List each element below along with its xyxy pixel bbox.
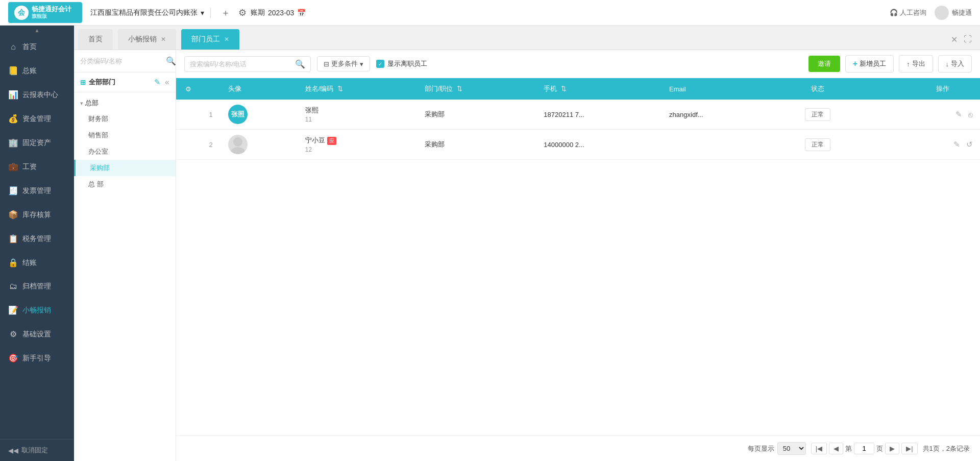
company-dropdown-icon [201,9,204,17]
row-name-cell: 张熙11 [298,100,418,130]
dept-root-label[interactable]: ▾ 总部 [74,95,176,111]
show-resigned-checkbox[interactable]: ✓ [376,60,384,68]
sidebar-item-expense[interactable]: 📝 小畅报销 [0,298,74,322]
sidebar-item-reports[interactable]: 📊 云报表中心 [0,83,74,107]
filter-label: 更多条件 [331,59,358,68]
page-size-select[interactable]: 50 20 100 [777,442,806,455]
row-settings-col [176,100,201,130]
page-label: 页 [876,444,883,453]
tab-expense-close-icon[interactable]: ✕ [161,36,166,43]
row-phone-cell: 18720211 7... [536,100,662,130]
plus-icon: + [853,59,857,68]
dept-collapse-icon[interactable]: « [165,78,169,87]
dept-item-office[interactable]: 办公室 [74,143,176,160]
edit-employee-icon[interactable]: ✎ [955,110,962,119]
tab-expense-label: 小畅报销 [128,35,157,44]
show-resigned-toggle[interactable]: ✓ 显示离职员工 [376,59,427,68]
logout-employee-icon[interactable]: ⎋ [968,110,973,119]
employee-search-icon[interactable]: 🔍 [295,59,305,69]
sidebar-item-inventory[interactable]: 📦 库存核算 [0,203,74,227]
prev-page-button[interactable]: ◀ [829,443,843,454]
phone-sort-icon: ⇅ [561,85,567,92]
col-phone[interactable]: 手机 ⇅ [536,78,662,100]
dept-sort-icon: ⇅ [457,85,462,92]
row-dept-cell: 采购部 [418,130,537,160]
add-employee-button[interactable]: + 新增员工 [845,55,894,72]
col-dept[interactable]: 部门/职位 ⇅ [418,78,537,100]
sidebar-item-label: 云报表中心 [22,90,58,100]
sidebar-item-tax[interactable]: 📋 税务管理 [0,227,74,251]
invoice-icon: 🧾 [8,186,18,196]
sidebar-item-label: 首页 [22,42,37,52]
tab-dept-close-icon[interactable]: ✕ [224,36,229,43]
account-period[interactable]: 账期 2023-03 📅 [251,8,306,17]
sidebar-item-close[interactable]: 🔒 结账 [0,251,74,275]
sidebar-item-guide[interactable]: 🎯 新手引导 [0,346,74,370]
employee-search-input[interactable] [190,60,292,68]
top-bar-right: 🎧 人工咨询 畅捷通 [890,6,972,20]
sidebar-item-home[interactable]: ⌂ 首页 [0,35,74,59]
sidebar-item-general-ledger[interactable]: 📒 总账 [0,59,74,83]
col-name[interactable]: 姓名/编码 ⇅ [298,78,418,100]
sidebar-item-payroll[interactable]: 💼 工资 [0,155,74,179]
last-page-button[interactable]: ▶| [901,443,917,454]
app-sub: 旗舰版 [32,13,71,20]
more-filter-button[interactable]: ⊟ 更多条件 [317,56,370,71]
tab-dept[interactable]: 部门员工 ✕ [181,29,239,50]
dept-item-purchase[interactable]: 采购部 [74,160,176,176]
sidebar-item-label: 小畅报销 [22,306,51,315]
page-number-input[interactable] [854,443,874,454]
column-settings-icon[interactable]: ⚙ [185,85,191,93]
dept-item-sales[interactable]: 销售部 [74,127,176,143]
dept-item-general[interactable]: 总 部 [74,176,176,192]
row-email-cell [662,130,772,160]
sidebar-item-invoice[interactable]: 🧾 发票管理 [0,179,74,203]
dept-item-finance[interactable]: 财务部 [74,111,176,127]
svg-point-1 [231,147,245,154]
first-page-button[interactable]: |◀ [811,443,827,454]
tab-home[interactable]: 首页 [78,29,113,50]
sidebar-item-archive[interactable]: 🗂 归档管理 [0,275,74,298]
filter-chevron-icon [360,60,363,68]
user-info[interactable]: 畅捷通 [935,6,972,20]
sidebar-item-label: 资金管理 [22,114,51,124]
col-settings[interactable]: ⚙ [176,78,201,100]
delete-employee-icon[interactable]: ↺ [966,140,973,149]
invite-button[interactable]: 邀请 [808,56,840,72]
dept-edit-icon[interactable]: ✎ [154,78,161,87]
dept-search-icon[interactable]: 🔍 [166,56,176,66]
dept-search-input[interactable] [80,57,166,65]
col-status: 状态 [772,78,863,100]
next-page-button[interactable]: ▶ [885,443,899,454]
home-icon: ⌂ [8,42,18,52]
import-button[interactable]: ↓ 导入 [938,55,972,72]
tab-expense[interactable]: 小畅报销 ✕ [118,29,176,50]
account-period-value: 2023-03 [268,9,294,17]
tab-maximize-icon[interactable]: ⛶ [964,35,972,44]
employee-name: 宁小豆应 [305,136,410,145]
company-name-btn[interactable]: 江西服宝精品有限责任公司内账张 [90,8,204,17]
settings-button[interactable]: ⚙ [238,7,247,18]
sidebar-item-funds[interactable]: 💰 资金管理 [0,107,74,131]
tax-icon: 📋 [8,234,18,244]
row-email-cell: zhangxidf... [662,100,772,130]
logo-icon: 会 [14,6,29,20]
edit-employee-icon[interactable]: ✎ [953,140,960,149]
consult-button[interactable]: 🎧 人工咨询 [890,8,926,17]
dept-search-bar: 🔍 [74,50,176,72]
sidebar-item-settings[interactable]: ⚙ 基础设置 [0,322,74,346]
content-area: 首页 小畅报销 ✕ 部门员工 ✕ ✕ ⛶ 🔍 [74,26,980,461]
tab-close-window-icon[interactable]: ✕ [951,35,958,44]
unpin-label: 取消固定 [21,446,48,455]
dept-grid-icon: ⊞ [80,79,86,86]
employee-toolbar: 🔍 ⊟ 更多条件 ✓ 显示离职员工 邀请 + [176,50,980,78]
funds-icon: 💰 [8,114,18,124]
sidebar-item-fixed-assets[interactable]: 🏢 固定资产 [0,131,74,155]
row-settings-col [176,130,201,160]
add-button[interactable]: ＋ [221,7,230,19]
unpin-button[interactable]: ◀◀ 取消固定 [0,439,74,461]
export-button[interactable]: ↑ 导出 [899,55,933,72]
row-action-icons: ✎⎋ [870,110,973,119]
add-employee-label: 新增员工 [860,59,886,68]
sidebar: ▲ ⌂ 首页 📒 总账 📊 云报表中心 💰 资金管理 🏢 固定资产 💼 工资 🧾… [0,26,74,461]
